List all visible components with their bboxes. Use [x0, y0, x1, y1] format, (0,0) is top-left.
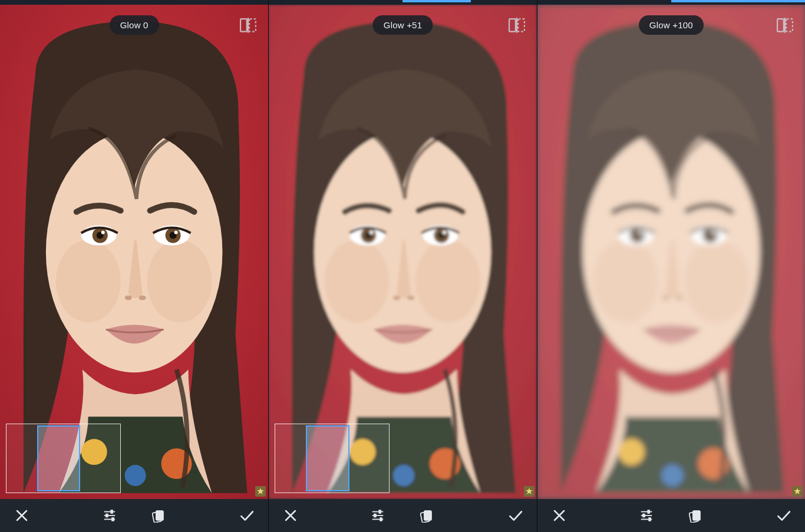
adjust-button[interactable]: [367, 504, 389, 527]
slider-progress: [671, 0, 805, 2]
photo-canvas[interactable]: [537, 5, 805, 499]
compare-icon[interactable]: [240, 18, 256, 33]
param-value-pill[interactable]: Glow +51: [373, 15, 433, 35]
star-badge: [255, 486, 266, 497]
navigator-viewport-rect[interactable]: [37, 425, 80, 491]
apply-button[interactable]: [504, 504, 526, 527]
bottom-toolbar: [0, 499, 268, 532]
param-value-pill[interactable]: Glow 0: [110, 15, 159, 35]
bottom-toolbar: [537, 499, 805, 532]
svg-rect-1: [537, 5, 805, 499]
navigator-viewport-rect[interactable]: [306, 425, 349, 491]
apply-button[interactable]: [772, 504, 794, 527]
editor-panel-1: Glow +51: [268, 0, 536, 532]
slider-track[interactable]: [537, 0, 805, 5]
styles-button[interactable]: [416, 504, 438, 527]
styles-button[interactable]: [685, 504, 707, 527]
compare-icon[interactable]: [777, 18, 793, 33]
adjust-button[interactable]: [98, 504, 121, 527]
styles-button[interactable]: [148, 504, 170, 527]
cancel-button[interactable]: [279, 504, 302, 527]
slider-track[interactable]: [0, 0, 268, 5]
navigator-minimap[interactable]: [6, 424, 121, 493]
bottom-toolbar: [269, 499, 536, 532]
cancel-button[interactable]: [11, 504, 33, 527]
apply-button[interactable]: [235, 504, 258, 527]
star-badge: [524, 486, 535, 497]
adjust-button[interactable]: [635, 504, 658, 527]
slider-track[interactable]: [269, 0, 536, 5]
slider-progress: [402, 0, 471, 2]
compare-icon[interactable]: [509, 18, 525, 33]
editor-panel-0: Glow 0: [0, 0, 268, 532]
cancel-button[interactable]: [548, 504, 570, 527]
star-badge: [792, 486, 803, 497]
navigator-minimap[interactable]: [275, 424, 390, 493]
editor-panel-2: Glow +100: [537, 0, 805, 532]
param-value-pill[interactable]: Glow +100: [639, 15, 704, 35]
